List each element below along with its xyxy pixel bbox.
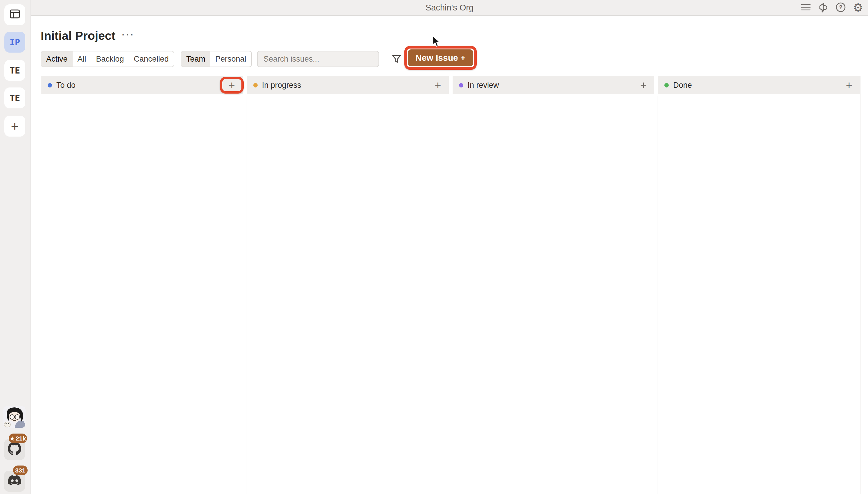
board-left-border: [41, 76, 41, 494]
workspace-switcher-button[interactable]: [4, 4, 25, 25]
column-header-todo: To do +: [41, 76, 243, 94]
announcements-button[interactable]: [817, 2, 829, 13]
funnel-icon: [391, 54, 402, 65]
sidebar: IP TE TE + ★ 21k 331: [0, 0, 31, 494]
tab-all[interactable]: All: [73, 52, 91, 66]
gear-icon: ⚙: [853, 2, 863, 13]
board-right-border: [860, 76, 861, 494]
megaphone-icon: [818, 2, 829, 14]
column-label: In review: [468, 81, 499, 90]
status-dot-in-review: [459, 83, 463, 88]
column-label: In progress: [262, 81, 301, 90]
project-more-button[interactable]: ···: [122, 28, 135, 41]
github-stars-badge: ★ 21k: [9, 434, 27, 443]
sidebar-item-te-1[interactable]: TE: [4, 60, 25, 81]
status-dot-done: [664, 83, 669, 88]
column-header-in-review: In review +: [453, 76, 654, 94]
github-stars-count: 21k: [16, 435, 26, 442]
annotation-ring-todo-add: +: [220, 77, 244, 94]
scope-filter-group: Team Personal: [181, 51, 252, 67]
org-title: Sachin's Org: [426, 3, 474, 13]
annotation-ring-new-issue: New Issue +: [405, 46, 477, 70]
column-header-in-progress: In progress +: [247, 76, 449, 94]
discord-count-badge: 331: [13, 466, 27, 475]
column-label: To do: [56, 81, 76, 90]
add-issue-done-button[interactable]: +: [846, 80, 852, 91]
sidebar-item-te-2[interactable]: TE: [4, 88, 25, 108]
column-label: Done: [673, 81, 692, 90]
menu-button[interactable]: [800, 2, 812, 13]
svg-text:?: ?: [839, 4, 843, 11]
tab-active[interactable]: Active: [41, 52, 73, 66]
new-issue-button[interactable]: New Issue +: [408, 50, 473, 66]
column-separator: [452, 96, 452, 494]
column-separator: [246, 96, 247, 494]
help-icon: ?: [835, 2, 846, 14]
add-issue-in-progress-button[interactable]: +: [435, 80, 441, 91]
page-head: Initial Project ···: [41, 28, 135, 43]
avatar-image: [3, 406, 25, 428]
add-issue-todo-button[interactable]: +: [229, 80, 235, 91]
topbar-actions: ? ⚙: [800, 0, 864, 15]
filter-button[interactable]: [390, 53, 402, 65]
discord-count: 331: [15, 467, 25, 474]
column-separator: [657, 96, 657, 494]
status-dot-in-progress: [253, 83, 258, 88]
discord-icon: [8, 475, 21, 488]
tab-team[interactable]: Team: [181, 52, 210, 66]
github-icon: [8, 442, 21, 457]
tab-backlog[interactable]: Backlog: [91, 52, 129, 66]
topbar: Sachin's Org ?: [31, 0, 868, 16]
status-filter-group: Active All Backlog Cancelled: [41, 51, 174, 67]
tab-cancelled[interactable]: Cancelled: [129, 52, 174, 66]
add-issue-in-review-button[interactable]: +: [640, 80, 647, 91]
board-header-row: To do + In progress + In review + Done +: [41, 76, 860, 94]
user-avatar[interactable]: [3, 406, 25, 428]
column-header-done: Done +: [658, 76, 860, 94]
search-issues-input[interactable]: [257, 51, 379, 67]
layout-icon: [9, 8, 21, 22]
settings-button[interactable]: ⚙: [852, 2, 864, 13]
help-button[interactable]: ?: [835, 2, 847, 13]
hamburger-icon: [801, 3, 811, 12]
tab-personal[interactable]: Personal: [210, 52, 251, 66]
page-title: Initial Project: [41, 28, 115, 43]
add-workspace-button[interactable]: +: [4, 116, 25, 137]
status-dot-todo: [48, 83, 52, 88]
sidebar-item-initial-project[interactable]: IP: [4, 32, 25, 53]
star-icon: ★: [10, 436, 15, 441]
